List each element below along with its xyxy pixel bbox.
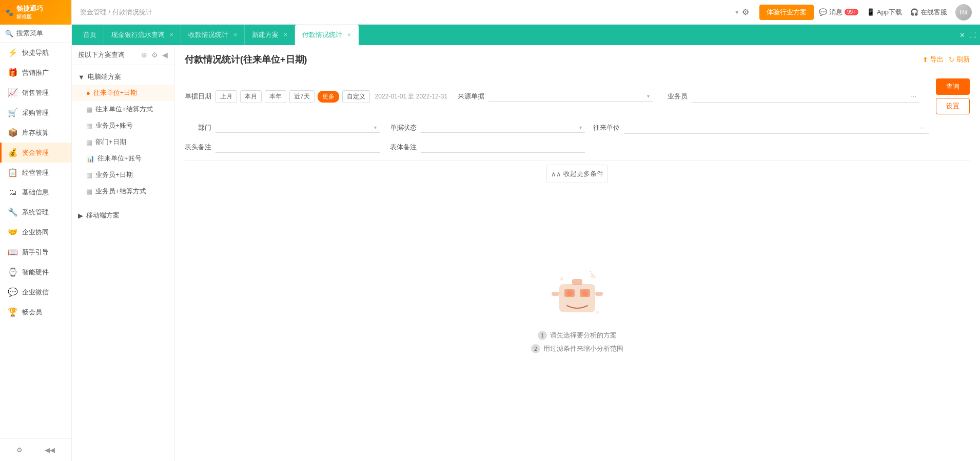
- sidebar-item-wechat[interactable]: 💬 企业微信: [0, 282, 71, 302]
- collapse-label: 收起更多条件: [563, 169, 603, 178]
- scheme-active-icon: ●: [86, 89, 90, 97]
- sidebar-item-hardware[interactable]: ⌚ 智能硬件: [0, 262, 71, 282]
- source-select[interactable]: ▾: [488, 91, 653, 102]
- tab-payment[interactable]: 付款情况统计 ×: [295, 25, 359, 45]
- app-download-btn[interactable]: 📱 App下载: [867, 8, 902, 17]
- tab-fullscreen-icon[interactable]: ⛶: [969, 31, 976, 39]
- svg-point-4: [582, 290, 588, 296]
- message-icon: 💬: [819, 8, 827, 16]
- header-note-input[interactable]: [215, 141, 380, 153]
- svg-rect-5: [572, 279, 582, 285]
- unit-dots: ···: [920, 124, 926, 131]
- scheme-dept-date[interactable]: ▦ 部门+日期: [72, 134, 174, 150]
- mobile-section-title[interactable]: ▶ 移动端方案: [72, 208, 174, 223]
- tab-income-label: 收款情况统计: [188, 30, 228, 39]
- body-note-label: 表体备注: [390, 143, 421, 152]
- hint-num-1: 1: [538, 331, 547, 340]
- voucher-status-select[interactable]: ▾: [421, 123, 585, 133]
- tab-new[interactable]: 新建方案 ×: [245, 25, 295, 45]
- scheme-unit-settle[interactable]: ▦ 往来单位+结算方式: [72, 101, 174, 117]
- tab-controls: ✕ ⛶: [959, 31, 976, 39]
- search-menu[interactable]: 🔍 搜索菜单: [0, 25, 71, 43]
- date-btn-more[interactable]: 更多: [318, 91, 339, 103]
- date-btn-7days[interactable]: 近7天: [289, 90, 315, 103]
- tab-payment-close[interactable]: ×: [347, 31, 351, 38]
- scheme-unit-date[interactable]: ● 往来单位+日期: [72, 85, 174, 101]
- sidebar-item-inventory[interactable]: 📦 库存核算: [0, 123, 71, 143]
- export-btn[interactable]: ⬆ 导出: [923, 55, 944, 64]
- sidebar-item-basic[interactable]: 🗂 基础信息: [0, 183, 71, 202]
- date-range-group: 上月 本月 本年 近7天 更多 自定义 2022-01-01 至 2022-12…: [215, 90, 447, 103]
- staff-input[interactable]: ···: [692, 90, 919, 103]
- sidebar-item-finance[interactable]: 💰 资金管理: [0, 143, 71, 163]
- collapse-panel-icon[interactable]: ◀: [162, 51, 168, 59]
- header-gear-icon[interactable]: ⚙: [742, 7, 749, 17]
- scheme-grid-icon4: ▦: [86, 171, 92, 179]
- online-service-label: 在线客服: [920, 8, 947, 17]
- tab-new-close[interactable]: ×: [284, 31, 287, 38]
- sidebar-item-sales[interactable]: 📈 销售管理: [0, 83, 71, 103]
- settings-scheme-icon[interactable]: ⚙: [151, 51, 158, 59]
- sidebar-collapse-btn[interactable]: ◀◀: [41, 444, 59, 456]
- purchase-icon: 🛒: [8, 108, 18, 117]
- sidebar-item-shortcut[interactable]: ⚡ 快捷导航: [0, 43, 71, 63]
- sidebar-item-purchase[interactable]: 🛒 采购管理: [0, 103, 71, 123]
- panel-header-icons: ⊕ ⚙ ◀: [141, 51, 168, 59]
- settings-button[interactable]: 设置: [936, 98, 970, 114]
- breadcrumb-text: 资金管理 / 付款情况统计: [80, 8, 152, 17]
- scheme-label: 业务员+账号: [95, 121, 133, 130]
- tab-bank-close[interactable]: ×: [170, 31, 173, 38]
- notifications-btn[interactable]: 💬 消息 99+: [819, 8, 858, 17]
- sidebar-item-marketing[interactable]: 🎁 营销推广: [0, 63, 71, 83]
- breadcrumb-dropdown[interactable]: ▾: [735, 8, 739, 16]
- nav-label: 经营管理: [22, 168, 49, 177]
- sidebar-item-system[interactable]: 🔧 系统管理: [0, 202, 71, 222]
- sidebar-item-guide[interactable]: 📖 新手引导: [0, 242, 71, 262]
- date-btn-lastmonth[interactable]: 上月: [215, 90, 237, 103]
- body-note-input[interactable]: [421, 141, 585, 153]
- svg-rect-7: [595, 292, 603, 296]
- tab-bank[interactable]: 现金银行流水查询 ×: [104, 25, 181, 45]
- tab-home[interactable]: 首页: [76, 25, 104, 45]
- tab-income[interactable]: 收款情况统计 ×: [181, 25, 245, 45]
- unit-input[interactable]: ···: [624, 122, 929, 134]
- search-label: 搜索菜单: [16, 29, 43, 38]
- inventory-icon: 📦: [8, 128, 18, 137]
- trial-button[interactable]: 体验行业方案: [759, 5, 814, 20]
- main-area: 资金管理 / 付款情况统计 ▾ ⚙ 体验行业方案 💬 消息 99+ 📱 App下…: [72, 0, 980, 461]
- date-btn-thisyear[interactable]: 本年: [265, 90, 286, 103]
- scheme-grid-icon2: ▦: [86, 122, 92, 130]
- date-btn-thismonth[interactable]: 本月: [240, 90, 262, 103]
- scheme-unit-account[interactable]: 📊 往来单位+账号: [72, 150, 174, 167]
- scheme-staff-date[interactable]: ▦ 业务员+日期: [72, 167, 174, 183]
- finance-icon: 💰: [8, 148, 18, 157]
- scheme-staff-settle[interactable]: ▦ 业务员+结算方式: [72, 183, 174, 199]
- tab-close-all-icon[interactable]: ✕: [959, 31, 965, 39]
- date-btn-custom[interactable]: 自定义: [342, 90, 370, 103]
- dept-select[interactable]: ▾: [215, 123, 380, 133]
- sidebar-item-enterprise[interactable]: 🤝 企业协同: [0, 222, 71, 242]
- tab-income-close[interactable]: ×: [233, 31, 237, 38]
- sidebar-item-member[interactable]: 🏆 畅会员: [0, 302, 71, 322]
- nav-label: 企业协同: [22, 228, 49, 237]
- right-panel: 付款情况统计(往来单位+日期) ⬆ 导出 ↻ 刷新 单据日期: [174, 45, 980, 461]
- scheme-staff-account[interactable]: ▦ 业务员+账号: [72, 117, 174, 134]
- user-avatar[interactable]: Rit: [955, 4, 972, 21]
- filter-row-1: 单据日期 上月 本月 本年 近7天 更多 自定义 2022-01-01 至 20…: [185, 78, 970, 114]
- nav-label: 快捷导航: [22, 48, 49, 57]
- date-range-value: 2022-01-01 至 2022-12-31: [375, 92, 447, 101]
- empty-hint-2: 2 用过滤条件来缩小分析范围: [531, 344, 623, 353]
- desktop-section-title[interactable]: ▼ 电脑端方案: [72, 69, 174, 85]
- add-scheme-icon[interactable]: ⊕: [141, 51, 147, 59]
- system-icon: 🔧: [8, 207, 18, 217]
- scheme-label: 业务员+日期: [95, 170, 133, 179]
- refresh-btn[interactable]: ↻ 刷新: [949, 55, 970, 64]
- collapse-btn[interactable]: ∧∧ 收起更多条件: [546, 165, 608, 183]
- sidebar-settings-btn[interactable]: ⚙: [12, 444, 27, 456]
- sidebar-item-operations[interactable]: 📋 经营管理: [0, 163, 71, 183]
- tab-bar: 首页 现金银行流水查询 × 收款情况统计 × 新建方案 × 付款情况统计 × ✕…: [72, 25, 980, 45]
- query-button[interactable]: 查询: [936, 78, 970, 95]
- online-service-btn[interactable]: 🎧 在线客服: [910, 8, 947, 17]
- user-name: Rit: [959, 8, 968, 16]
- breadcrumb: 资金管理 / 付款情况统计: [80, 8, 730, 17]
